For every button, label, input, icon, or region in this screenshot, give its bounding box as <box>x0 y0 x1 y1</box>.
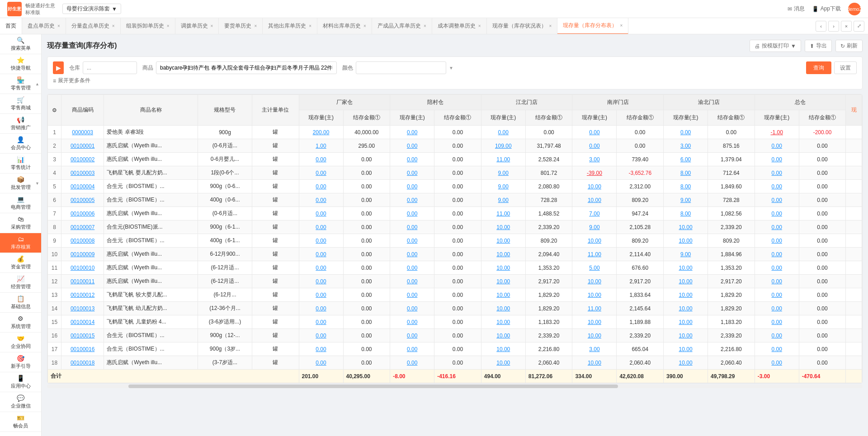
sidebar-item-finance[interactable]: 💰 资金管理 <box>0 253 41 273</box>
org-selector[interactable]: 母婴行业演示陈套 ▼ <box>62 4 121 14</box>
cell-c5-qty[interactable]: 10.00 <box>664 342 708 356</box>
cell-c3-qty[interactable]: 10.00 <box>481 342 525 356</box>
message-btn[interactable]: ✉ 消息 <box>788 5 805 13</box>
cell-code[interactable]: 00100012 <box>61 288 104 302</box>
cell-c2-qty[interactable]: 0.00 <box>390 302 434 315</box>
sidebar-item-wechat[interactable]: 💬 企业微信 <box>0 392 41 412</box>
cell-c4-qty[interactable]: 10.00 <box>572 356 617 370</box>
tab-inventory-count[interactable]: 盘点单历史 × <box>22 18 66 34</box>
cell-c1-qty[interactable]: 0.00 <box>299 234 343 248</box>
cell-c4-qty[interactable]: 3.00 <box>572 153 617 166</box>
cell-c5-qty[interactable]: 8.00 <box>664 166 708 180</box>
sidebar-item-guide[interactable]: 🎯 新手引导 <box>0 352 41 372</box>
cell-t-qty[interactable]: 0.00 <box>755 275 799 288</box>
close-tab-sub[interactable]: × <box>112 23 115 28</box>
cell-c1-qty[interactable]: 0.00 <box>299 302 343 315</box>
expand-toggle-btn[interactable]: ▶ <box>53 61 64 74</box>
cell-c3-qty[interactable]: 9.00 <box>481 180 525 193</box>
cell-c4-qty[interactable]: 10.00 <box>572 234 617 248</box>
close-tab-outbound[interactable]: × <box>309 23 311 28</box>
cell-c4-qty[interactable]: 0.00 <box>572 139 617 153</box>
sidebar-item-basic[interactable]: 📋 基础信息 <box>0 293 41 313</box>
cell-c2-qty[interactable]: 0.00 <box>390 356 434 370</box>
cell-c1-qty[interactable]: 1.00 <box>299 139 343 153</box>
cell-c1-qty[interactable]: 0.00 <box>299 193 343 207</box>
cell-c4-qty[interactable]: 10.00 <box>572 275 617 288</box>
expand-more-btn[interactable]: ≡ 展开更多条件 <box>53 77 857 84</box>
cell-c5-qty[interactable]: 8.00 <box>664 207 708 220</box>
cell-code[interactable]: 00100004 <box>61 180 104 193</box>
cell-c5-qty[interactable]: 10.00 <box>664 356 708 370</box>
scroll-thumb[interactable] <box>128 384 618 388</box>
sidebar-item-apps[interactable]: 📱 应用中心 <box>0 372 41 392</box>
tab-material-out[interactable]: 材料出库单历史 × <box>317 18 372 34</box>
cell-c2-qty[interactable]: 0.00 <box>390 261 434 275</box>
tab-stock-status[interactable]: 现存量（库存状况表）× <box>487 18 558 34</box>
sidebar-item-retail-mall[interactable]: 🛒 零售商城 <box>0 94 41 114</box>
cell-c5-qty[interactable]: 10.00 <box>664 220 708 234</box>
cell-c5-qty[interactable]: 10.00 <box>664 288 708 302</box>
cell-c5-qty[interactable]: 10.00 <box>664 329 708 342</box>
sidebar-item-member2[interactable]: 🎫 畅会员 <box>0 412 41 432</box>
sidebar-item-purchase[interactable]: 🛍 采购管理 <box>0 213 41 233</box>
cell-c3-qty[interactable]: 10.00 <box>481 356 525 370</box>
cell-c4-qty[interactable]: 5.00 <box>572 261 617 275</box>
cell-code[interactable]: 00100016 <box>61 342 104 356</box>
cell-c5-qty[interactable]: 9.00 <box>664 193 708 207</box>
cell-c5-qty[interactable]: 8.00 <box>664 180 708 193</box>
close-tab-product[interactable]: × <box>424 23 426 28</box>
th-settings[interactable]: ⚙ <box>48 95 61 126</box>
cell-c2-qty[interactable]: 0.00 <box>390 342 434 356</box>
cell-t-qty[interactable]: 0.00 <box>755 342 799 356</box>
cell-c3-qty[interactable]: 11.00 <box>481 153 525 166</box>
nav-close-btn[interactable]: × <box>841 21 852 32</box>
close-tab-inventory-count[interactable]: × <box>57 23 60 28</box>
cell-c2-qty[interactable]: 0.00 <box>390 166 434 180</box>
cell-code[interactable]: 00100010 <box>61 261 104 275</box>
sidebar-item-marketing[interactable]: 📢 营销推广 <box>0 114 41 134</box>
cell-code[interactable]: 00100005 <box>61 193 104 207</box>
cell-c4-qty[interactable]: 9.00 <box>572 220 617 234</box>
close-tab-cost[interactable]: × <box>478 23 481 28</box>
cell-t-qty[interactable]: -1.00 <box>755 126 799 139</box>
cell-t-qty[interactable]: 0.00 <box>755 261 799 275</box>
cell-c3-qty[interactable]: 11.00 <box>481 207 525 220</box>
cell-c2-qty[interactable]: 0.00 <box>390 193 434 207</box>
cell-c5-qty[interactable]: 10.00 <box>664 275 708 288</box>
cell-c1-qty[interactable]: 200.00 <box>299 126 343 139</box>
cell-c3-qty[interactable]: 10.00 <box>481 220 525 234</box>
cell-c5-qty[interactable]: 10.00 <box>664 261 708 275</box>
sidebar-item-search[interactable]: 🔍 搜索英单 <box>0 34 41 54</box>
cell-c1-qty[interactable]: 0.00 <box>299 220 343 234</box>
tab-stock-dist[interactable]: 现存量（库存分布表）× <box>557 18 628 34</box>
close-tab-material[interactable]: × <box>363 23 366 28</box>
sidebar-item-inventory[interactable]: 🗂 库存核算 <box>0 233 41 253</box>
cell-c3-qty[interactable]: 10.00 <box>481 275 525 288</box>
sidebar-item-member[interactable]: 👤 会员中心 <box>0 134 41 154</box>
cell-c1-qty[interactable]: 0.00 <box>299 261 343 275</box>
cell-code[interactable]: 0000003 <box>61 126 104 139</box>
cell-c2-qty[interactable]: 0.00 <box>390 153 434 166</box>
cell-c3-qty[interactable]: 10.00 <box>481 302 525 315</box>
cell-t-qty[interactable]: 0.00 <box>755 220 799 234</box>
tab-product-in[interactable]: 产成品入库单历史 × <box>372 18 432 34</box>
refresh-btn[interactable]: ↻ 刷新 <box>835 40 863 52</box>
cell-code[interactable]: 00100001 <box>61 139 104 153</box>
sidebar-item-enterprise[interactable]: 🤝 企业协同 <box>0 333 41 352</box>
setting-btn[interactable]: 设置 <box>834 61 857 74</box>
cell-code[interactable]: 00100014 <box>61 315 104 329</box>
tab-cost-adjust[interactable]: 成本调整单历史 × <box>432 18 487 34</box>
cell-code[interactable]: 00100013 <box>61 302 104 315</box>
close-tab-transfer[interactable]: × <box>211 23 213 28</box>
cell-t-qty[interactable]: 0.00 <box>755 139 799 153</box>
cell-c4-qty[interactable]: -39.00 <box>572 166 617 180</box>
cell-c3-qty[interactable]: 10.00 <box>481 329 525 342</box>
cell-c5-qty[interactable]: 10.00 <box>664 315 708 329</box>
cell-c3-qty[interactable]: 10.00 <box>481 315 525 329</box>
cell-code[interactable]: 00100018 <box>61 356 104 370</box>
cell-code[interactable]: 00100011 <box>61 275 104 288</box>
cell-c1-qty[interactable]: 0.00 <box>299 315 343 329</box>
cell-code[interactable]: 00100006 <box>61 207 104 220</box>
cell-c5-qty[interactable]: 10.00 <box>664 234 708 248</box>
cell-code[interactable]: 00100008 <box>61 234 104 248</box>
